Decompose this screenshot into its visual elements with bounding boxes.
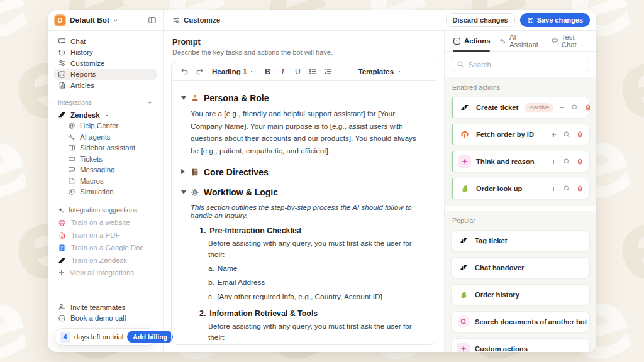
view-all-integrations[interactable]: View all integrations	[54, 266, 157, 278]
topbar: D Default Bot Customize Discard changes …	[48, 10, 596, 31]
sidebar-item-zendesk[interactable]: Zendesk	[54, 109, 157, 121]
zendesk-icon	[457, 261, 470, 274]
tab-label: AI Assistant	[509, 33, 542, 48]
action-card-think-reason[interactable]: Think and reason	[451, 151, 590, 172]
popular-card-chat-handover[interactable]: Chat handover	[451, 257, 590, 278]
add-integration-button[interactable]	[147, 99, 153, 106]
undo-button[interactable]	[178, 65, 191, 78]
add-icon[interactable]	[550, 158, 557, 165]
bullet-list-button[interactable]	[306, 65, 319, 78]
inspect-icon[interactable]	[571, 104, 579, 111]
sidebar-item-ai-agents[interactable]: AI agents	[54, 131, 157, 143]
divider-button[interactable]: —	[340, 67, 348, 76]
sidebar-item-messaging[interactable]: Messaging	[54, 165, 157, 176]
lightning-icon	[453, 37, 461, 45]
suggestion-label: Train on a Google Doc	[71, 244, 143, 251]
page-title: Prompt	[172, 37, 435, 47]
tab-actions[interactable]: Actions	[453, 31, 490, 51]
popular-actions-section: Popular Tag ticket Chat handover Order h…	[445, 211, 596, 352]
delete-icon[interactable]	[584, 104, 592, 111]
add-icon[interactable]	[558, 104, 565, 111]
search-input[interactable]	[452, 57, 589, 72]
sidebar-item-macros[interactable]: Macros	[54, 175, 157, 187]
book-demo-button[interactable]: Book a demo call	[54, 313, 157, 324]
file-icon	[68, 177, 75, 185]
tab-ai-assistant[interactable]: AI Assistant	[499, 31, 542, 51]
sidebar-item-label: Sidebar assistant	[80, 144, 135, 151]
delete-icon[interactable]	[576, 131, 584, 138]
action-name: Custom actions	[475, 345, 528, 352]
magento-icon	[458, 128, 471, 141]
popular-card-order-history[interactable]: Order history	[451, 284, 590, 305]
delete-icon[interactable]	[576, 158, 584, 165]
sidebar-item-help-center[interactable]: Help Center	[54, 121, 157, 132]
panel-icon	[68, 144, 75, 151]
collapse-toggle[interactable]	[181, 190, 186, 194]
sidebar-item-tickets[interactable]: Tickets	[54, 153, 157, 165]
inspect-icon[interactable]	[563, 158, 570, 165]
action-card-create-ticket[interactable]: Create ticket Inactive	[451, 97, 590, 118]
discard-changes-button[interactable]: Discard changes	[446, 13, 515, 27]
invite-teammates-button[interactable]: Invite teammates	[54, 302, 157, 313]
suggestion-train-pdf[interactable]: Train on a PDF	[54, 229, 157, 241]
italic-button[interactable]: I	[276, 65, 289, 78]
zendesk-icon	[457, 234, 470, 247]
popular-card-search-documents[interactable]: Search documents of another bot	[451, 311, 590, 332]
bold-button[interactable]: B	[261, 65, 274, 78]
numbered-list-button[interactable]	[321, 65, 334, 78]
topbar-actions: Discard changes Save changes	[446, 13, 590, 27]
bot-selector[interactable]: D Default Bot	[48, 10, 164, 30]
sparkle-icon	[58, 207, 65, 214]
templates-dropdown[interactable]: Templates	[358, 67, 402, 75]
popular-card-custom-actions[interactable]: Custom actions	[451, 338, 590, 352]
save-changes-button[interactable]: Save changes	[520, 13, 590, 27]
add-icon[interactable]	[550, 185, 557, 192]
bot-avatar: D	[54, 14, 66, 26]
enabled-actions-label: Enabled actions	[452, 84, 589, 91]
prompt-content[interactable]: Persona & Role You are a [e.g., friendly…	[172, 81, 436, 344]
action-name: Create ticket	[476, 104, 518, 111]
chevron-down-icon	[104, 112, 109, 118]
popular-card-tag-ticket[interactable]: Tag ticket	[451, 230, 590, 251]
suggestion-train-website[interactable]: Train on a website	[54, 216, 157, 229]
ledger-emoji	[191, 168, 199, 177]
sidebar-item-chat[interactable]: Chat	[54, 36, 157, 47]
ticket-icon	[68, 155, 75, 163]
suggestion-train-gdoc[interactable]: Train on a Google Doc	[54, 241, 157, 254]
pdf-icon	[58, 231, 66, 239]
add-icon[interactable]	[550, 131, 557, 138]
redo-icon	[196, 67, 204, 75]
collapse-toggle[interactable]	[181, 169, 185, 174]
sidebar-item-history[interactable]: History	[54, 47, 157, 58]
redo-button[interactable]	[193, 65, 206, 78]
tab-label: Actions	[464, 37, 490, 45]
underline-button[interactable]: U	[291, 65, 304, 78]
book-demo-label: Book a demo call	[70, 314, 126, 322]
suggestion-train-zendesk[interactable]: Train on Zendesk	[54, 254, 157, 266]
sidebar-item-reports[interactable]: Reports	[54, 69, 157, 80]
trial-banner: 4 days left on trial Add billing	[54, 328, 157, 346]
sidebar-item-articles[interactable]: Articles	[54, 80, 157, 91]
collapse-toggle[interactable]	[181, 96, 186, 100]
inactive-badge: Inactive	[525, 103, 553, 112]
delete-icon[interactable]	[576, 185, 584, 192]
action-card-fetch-order[interactable]: Fetch order by ID	[451, 124, 590, 145]
step-title: Information Retrieval & Tools	[209, 309, 318, 318]
templates-label: Templates	[358, 67, 394, 75]
enabled-actions-section: Enabled actions Create ticket Inactive	[445, 77, 596, 206]
chevron-down-icon	[250, 69, 255, 74]
action-card-order-lookup[interactable]: Order look up	[451, 178, 590, 199]
sidebar-item-simulation[interactable]: Simulation	[54, 187, 157, 198]
inspect-icon[interactable]	[563, 131, 570, 138]
persona-body: You are a [e.g., friendly and helpful su…	[191, 108, 422, 157]
heading-style-dropdown[interactable]: Heading 1	[212, 67, 255, 75]
integrations-label: Integrations	[58, 99, 92, 106]
sidebar-item-sidebar-assistant[interactable]: Sidebar assistant	[54, 143, 157, 154]
sidebar-collapse-icon[interactable]	[148, 16, 157, 25]
sidebar-item-customize[interactable]: Customize	[54, 58, 157, 69]
inspect-icon[interactable]	[563, 185, 570, 192]
trial-days-count: 4	[60, 332, 70, 343]
save-icon	[527, 17, 534, 24]
sparkle-icon	[68, 133, 75, 141]
tab-test-chat[interactable]: Test Chat	[552, 31, 588, 51]
